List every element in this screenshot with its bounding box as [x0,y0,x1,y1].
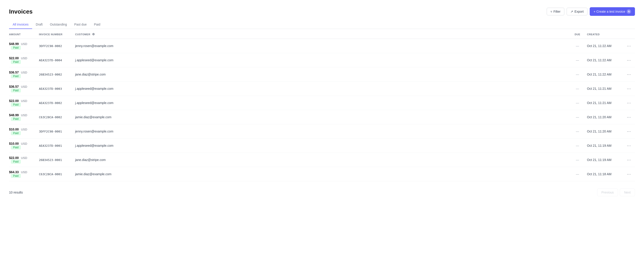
table-row: $48.99 USD Paid C63C28CA-0002 jamie.diaz… [9,110,635,124]
invoice-number: C63C28CA-0002 [36,110,72,124]
invoice-actions: ⋯ [623,167,635,181]
invoice-currency: USD [21,128,28,131]
table-row: $36.57 USD Paid 26B34523-0002 jane.diaz@… [9,67,635,82]
pagination: Previous Next [597,189,635,196]
invoice-more-button[interactable]: ⋯ [626,157,632,163]
invoice-customer[interactable]: j.appleseed@example.com [72,96,571,110]
table-row: $10.00 USD Paid 3DFF2C98-0001 jenny.rose… [9,124,635,139]
filter-label: Filter [554,10,560,13]
invoice-status: Paid [11,160,21,164]
invoice-currency: USD [21,42,28,46]
invoice-status: Paid [11,103,21,107]
col-header-created: CREATED [584,29,623,39]
invoice-created: Oct 21, 11:18 AM [584,167,623,181]
invoice-due: — [571,153,584,167]
invoice-due: — [571,39,584,53]
create-invoice-button[interactable]: + Create a test invoice N [590,7,635,16]
invoice-more-button[interactable]: ⋯ [626,171,632,177]
invoice-number: 26B34523-0001 [36,153,72,167]
col-header-amount: AMOUNT [9,29,36,39]
invoice-number: 26B34523-0002 [36,67,72,82]
filter-icon: ▿ [550,10,552,13]
invoice-amount: $36.57 [9,85,19,88]
tab-paid[interactable]: Paid [90,20,104,29]
invoice-created: Oct 21, 11:21 AM [584,96,623,110]
invoice-amount: $48.99 [9,113,19,117]
table-row: $22.00 USD Paid 26B34523-0001 jane.diaz@… [9,153,635,167]
tabs: All invoices Draft Outstanding Past due … [9,20,635,29]
invoice-customer[interactable]: j.appleseed@example.com [72,53,571,67]
invoice-currency: USD [21,71,28,74]
invoice-status: Paid [11,46,21,50]
invoice-customer[interactable]: jane.diaz@stripe.com [72,153,571,167]
invoice-number: 3DFF2C98-0002 [36,39,72,53]
invoice-actions: ⋯ [623,110,635,124]
invoice-actions: ⋯ [623,39,635,53]
invoice-customer[interactable]: j.appleseed@example.com [72,82,571,96]
invoice-created: Oct 21, 11:22 AM [584,53,623,67]
table-row: $22.00 USD Paid AEA3237D-0002 j.applesee… [9,96,635,110]
invoice-customer[interactable]: jamie.diaz@example.com [72,110,571,124]
tab-all-invoices[interactable]: All invoices [9,20,32,29]
invoice-actions: ⋯ [623,139,635,153]
invoice-more-button[interactable]: ⋯ [626,128,632,134]
invoice-more-button[interactable]: ⋯ [626,86,632,92]
invoice-customer[interactable]: jamie.diaz@example.com [72,167,571,181]
filter-button[interactable]: ▿ Filter [547,8,564,15]
invoice-number: C63C28CA-0001 [36,167,72,181]
invoice-status: Paid [11,117,21,121]
table-row: $48.99 USD Paid 3DFF2C98-0002 jenny.rose… [9,39,635,53]
invoice-more-button[interactable]: ⋯ [626,57,632,63]
invoice-status: Paid [11,88,21,92]
col-header-due: DUE [571,29,584,39]
invoice-currency: USD [21,99,28,103]
invoice-amount: $10.00 [9,128,19,131]
customer-settings-icon[interactable]: ⚙ [92,32,95,36]
previous-button[interactable]: Previous [597,189,618,196]
export-button[interactable]: ↗ Export [566,8,588,15]
user-avatar: N [626,9,631,14]
invoice-due: — [571,110,584,124]
invoice-more-button[interactable]: ⋯ [626,143,632,149]
invoice-amount: $22.00 [9,99,19,103]
invoice-status: Paid [11,174,21,178]
invoice-created: Oct 21, 11:22 AM [584,67,623,82]
table-row: $64.33 USD Paid C63C28CA-0001 jamie.diaz… [9,167,635,181]
next-button[interactable]: Next [620,189,635,196]
invoice-created: Oct 21, 11:20 AM [584,124,623,139]
invoice-customer[interactable]: jenny.rosen@example.com [72,124,571,139]
invoice-more-button[interactable]: ⋯ [626,43,632,49]
invoice-more-button[interactable]: ⋯ [626,114,632,120]
table-footer: 10 results Previous Next [9,187,635,196]
invoice-number: AEA3237D-0002 [36,96,72,110]
invoice-amount: $48.99 [9,42,19,46]
tab-outstanding[interactable]: Outstanding [46,20,70,29]
invoice-amount: $22.00 [9,156,19,160]
tab-draft[interactable]: Draft [32,20,46,29]
page-title: Invoices [9,8,32,15]
invoice-due: — [571,124,584,139]
header-actions: ▿ Filter ↗ Export + Create a test invoic… [547,7,635,16]
invoice-amount: $64.33 [9,170,19,174]
invoice-currency: USD [21,85,28,88]
invoice-more-button[interactable]: ⋯ [626,71,632,77]
results-count: 10 results [9,191,23,194]
invoice-created: Oct 21, 11:20 AM [584,110,623,124]
invoice-actions: ⋯ [623,124,635,139]
invoice-status: Paid [11,60,21,64]
invoice-amount: $10.00 [9,142,19,145]
invoice-currency: USD [21,113,28,117]
invoice-currency: USD [21,156,28,160]
table-row: $22.00 USD Paid AEA3237D-0004 j.applesee… [9,53,635,67]
col-header-invoice-number: INVOICE NUMBER [36,29,72,39]
invoice-more-button[interactable]: ⋯ [626,100,632,106]
invoice-customer[interactable]: j.appleseed@example.com [72,139,571,153]
invoice-actions: ⋯ [623,67,635,82]
invoice-due: — [571,67,584,82]
invoice-actions: ⋯ [623,96,635,110]
invoice-customer[interactable]: jenny.rosen@example.com [72,39,571,53]
invoice-created: Oct 21, 11:19 AM [584,139,623,153]
create-label: + Create a test invoice [594,10,625,13]
invoice-customer[interactable]: jane.diaz@stripe.com [72,67,571,82]
tab-past-due[interactable]: Past due [70,20,90,29]
